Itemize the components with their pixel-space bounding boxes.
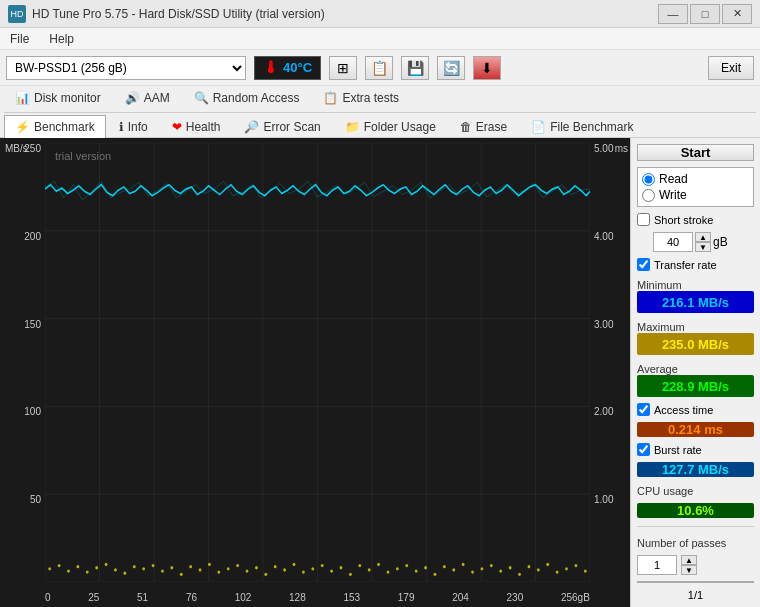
svg-point-42	[283, 568, 286, 571]
svg-point-50	[358, 564, 361, 567]
passes-down-button[interactable]: ▼	[681, 565, 697, 575]
toolbar-icon-5[interactable]: ⬇	[473, 56, 501, 80]
random-access-icon: 🔍	[194, 91, 209, 105]
x-axis: 0 25 51 76 102 128 153 179 204 230 256gB	[45, 592, 590, 603]
minimum-value: 216.1 MB/s	[637, 291, 754, 313]
access-time-input[interactable]	[637, 403, 650, 416]
svg-point-58	[434, 573, 437, 576]
svg-point-74	[584, 569, 587, 572]
menu-help[interactable]: Help	[45, 31, 78, 47]
toolbar-icon-3[interactable]: 💾	[401, 56, 429, 80]
svg-point-28	[152, 564, 155, 567]
maximum-value: 235.0 MB/s	[637, 333, 754, 355]
svg-point-62	[471, 570, 474, 573]
svg-point-24	[114, 568, 117, 571]
x-label-128: 128	[289, 592, 306, 603]
passes-input[interactable]	[637, 555, 677, 575]
read-radio-input[interactable]	[642, 173, 655, 186]
write-radio[interactable]: Write	[642, 188, 749, 202]
stroke-value-input[interactable]	[653, 232, 693, 252]
svg-point-44	[302, 570, 305, 573]
svg-point-23	[105, 563, 108, 566]
toolbar-icon-2[interactable]: 📋	[365, 56, 393, 80]
svg-point-48	[340, 566, 343, 569]
main-content: MB/s ms trial version 250 200 150 100 50…	[0, 138, 760, 607]
svg-point-26	[133, 565, 136, 568]
aam-icon: 🔊	[125, 91, 140, 105]
y-axis-left: 250 200 150 100 50	[0, 143, 45, 582]
svg-point-65	[499, 569, 502, 572]
minimum-label: Minimum	[637, 279, 754, 291]
cpu-usage-value: 10.6%	[637, 503, 754, 518]
svg-point-32	[189, 565, 192, 568]
tab-info[interactable]: ℹ Info	[108, 115, 159, 139]
x-label-204: 204	[452, 592, 469, 603]
tab-folder-usage[interactable]: 📁 Folder Usage	[334, 115, 447, 139]
passes-label: Number of passes	[637, 537, 754, 549]
x-label-0: 0	[45, 592, 51, 603]
read-radio[interactable]: Read	[642, 172, 749, 186]
svg-point-61	[462, 563, 465, 566]
x-label-179: 179	[398, 592, 415, 603]
tab-random-access[interactable]: 🔍 Random Access	[183, 86, 311, 110]
burst-rate-label: Burst rate	[654, 444, 702, 456]
svg-point-21	[86, 570, 89, 573]
close-button[interactable]: ✕	[722, 4, 752, 24]
benchmark-icon: ⚡	[15, 120, 30, 134]
svg-point-17	[48, 567, 51, 570]
y-right-4: 4.00	[594, 231, 613, 242]
drive-selector[interactable]: BW-PSSD1 (256 gB)	[6, 56, 246, 80]
svg-point-45	[311, 567, 314, 570]
svg-point-63	[481, 567, 484, 570]
svg-point-30	[170, 566, 173, 569]
svg-point-27	[142, 567, 145, 570]
access-time-checkbox[interactable]: Access time	[637, 403, 754, 416]
passes-row: ▲ ▼	[637, 555, 754, 575]
tab-extra-tests[interactable]: 📋 Extra tests	[312, 86, 410, 110]
tab-health[interactable]: ❤ Health	[161, 115, 232, 139]
error-scan-icon: 🔎	[244, 120, 259, 134]
minimum-stat: Minimum 216.1 MB/s	[637, 277, 754, 313]
transfer-rate-checkbox[interactable]: Transfer rate	[637, 258, 754, 271]
navigation-tabs: 📊 Disk monitor 🔊 AAM 🔍 Random Access 📋 E…	[0, 86, 760, 138]
x-label-153: 153	[343, 592, 360, 603]
y-left-50: 50	[30, 494, 41, 505]
exit-button[interactable]: Exit	[708, 56, 754, 80]
short-stroke-input[interactable]	[637, 213, 650, 226]
passes-up-button[interactable]: ▲	[681, 555, 697, 565]
tab-aam[interactable]: 🔊 AAM	[114, 86, 181, 110]
svg-point-51	[368, 568, 371, 571]
menu-file[interactable]: File	[6, 31, 33, 47]
minimize-button[interactable]: —	[658, 4, 688, 24]
x-label-76: 76	[186, 592, 197, 603]
svg-point-66	[509, 566, 512, 569]
access-time-value: 0.214 ms	[637, 422, 754, 437]
toolbar-icon-1[interactable]: ⊞	[329, 56, 357, 80]
svg-point-31	[180, 573, 183, 576]
maximize-button[interactable]: □	[690, 4, 720, 24]
stroke-up-button[interactable]: ▲	[695, 232, 711, 242]
tab-benchmark[interactable]: ⚡ Benchmark	[4, 115, 106, 139]
svg-point-33	[199, 568, 202, 571]
tab-file-benchmark[interactable]: 📄 File Benchmark	[520, 115, 644, 139]
svg-point-43	[293, 563, 296, 566]
short-stroke-checkbox[interactable]: Short stroke	[637, 213, 754, 226]
write-radio-input[interactable]	[642, 189, 655, 202]
svg-point-54	[396, 567, 399, 570]
stroke-down-button[interactable]: ▼	[695, 242, 711, 252]
tab-erase[interactable]: 🗑 Erase	[449, 115, 518, 139]
stroke-spinner-buttons: ▲ ▼	[695, 232, 711, 252]
cpu-usage-label: CPU usage	[637, 485, 754, 497]
temperature-value: 40°C	[283, 60, 312, 75]
burst-rate-checkbox[interactable]: Burst rate	[637, 443, 754, 456]
toolbar-icon-4[interactable]: 🔄	[437, 56, 465, 80]
y-right-2: 2.00	[594, 406, 613, 417]
transfer-rate-input[interactable]	[637, 258, 650, 271]
burst-rate-input[interactable]	[637, 443, 650, 456]
burst-rate-value: 127.7 MB/s	[637, 462, 754, 477]
tab-disk-monitor[interactable]: 📊 Disk monitor	[4, 86, 112, 110]
y-right-5: 5.00	[594, 143, 613, 154]
svg-point-53	[387, 570, 390, 573]
tab-error-scan[interactable]: 🔎 Error Scan	[233, 115, 331, 139]
start-button[interactable]: Start	[637, 144, 754, 161]
